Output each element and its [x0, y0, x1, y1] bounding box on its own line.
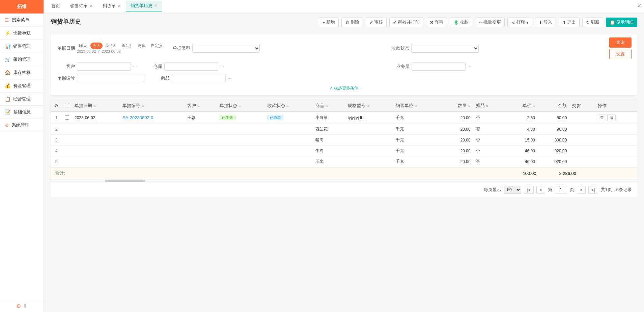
page-next-button[interactable]: > [577, 186, 586, 194]
doc-no-link[interactable]: SA-20230602-0 [122, 115, 153, 120]
sidebar-item-basic-info[interactable]: 📝 基础信息 [0, 106, 44, 119]
sort-goods-icon[interactable]: ⇅ [325, 104, 328, 108]
audit-button[interactable]: ✔ 审核 [366, 18, 387, 27]
page-first-button[interactable]: |< [524, 186, 534, 194]
salesperson-input[interactable] [412, 62, 466, 71]
sort-unit-price-icon[interactable]: ⇅ [532, 104, 535, 108]
sidebar-item-operations[interactable]: 📋 经营管理 [0, 93, 44, 106]
tab-sales-history[interactable]: 销货单历史 ✕ [126, 1, 162, 11]
date-tag-7days[interactable]: 近7天 [104, 43, 118, 49]
audit-print-icon: ✔ [393, 20, 397, 25]
audit-print-button[interactable]: ✔ 审核并打印 [389, 18, 423, 27]
sort-doc-no-icon[interactable]: ⇅ [141, 104, 144, 108]
tab-home[interactable]: 首页 [47, 1, 65, 11]
gear-icon[interactable]: ⚙ [54, 103, 58, 108]
scrollbar-thumb[interactable] [105, 180, 145, 182]
warehouse-input[interactable] [164, 62, 218, 71]
row-doc-status [217, 156, 265, 167]
sort-customer-icon[interactable]: ⇅ [197, 104, 200, 108]
goods-input[interactable] [172, 74, 226, 82]
add-button[interactable]: + 新增 [319, 18, 339, 27]
doc-no-filter-item: 单据编号 [56, 74, 144, 82]
row-goods: 牛肉 [313, 146, 345, 156]
view-button[interactable]: 查 [598, 114, 606, 121]
sort-doc-status-icon[interactable]: ⇅ [238, 104, 241, 108]
salesperson-picker-icon[interactable]: ··· [468, 64, 472, 69]
settings-button[interactable]: 设置 [609, 49, 632, 59]
print-button[interactable]: 🖨 打印 ▾ [507, 18, 532, 27]
sidebar-item-finance[interactable]: 💰 资金管理 [0, 79, 44, 93]
row-goods: 西兰花 [313, 124, 345, 135]
warehouse-picker-icon[interactable]: ··· [220, 64, 224, 69]
close-sales-goods-icon[interactable]: ✕ [118, 4, 120, 8]
sort-sales-unit-icon[interactable]: ⇅ [414, 104, 417, 108]
collect-button[interactable]: 💲 收款 [450, 18, 472, 27]
sort-doc-date-icon[interactable]: ⇅ [93, 104, 96, 108]
date-tag-1month[interactable]: 近1月 [120, 43, 134, 49]
row-num-cell: 1 [51, 112, 62, 124]
query-button[interactable]: 查询 [609, 37, 632, 48]
doc-no-input[interactable] [77, 74, 144, 82]
select-all-checkbox[interactable] [65, 103, 69, 107]
abandon-button[interactable]: ✖ 弃审 [426, 18, 447, 27]
payment-status-select[interactable] [411, 44, 479, 53]
abandon-icon: ✖ [430, 20, 433, 25]
date-tag-yesterday[interactable]: 昨天 [77, 43, 89, 49]
table-row: 4 牛肉 千克 20.00 否 46.00 920.00 [51, 146, 637, 156]
sidebar-item-system-mgmt[interactable]: ⚙ 系统管理 [0, 119, 44, 132]
batch-change-button[interactable]: ✏ 批量变更 [475, 18, 505, 27]
filter-row-3: 单据编号 商品 ··· [56, 74, 632, 82]
sidebar-settings-icon[interactable]: ⚙ [16, 303, 21, 309]
tab-sales-goods[interactable]: 销货单 ✕ [98, 1, 125, 11]
tab-sales-history-label: 销货单历史 [131, 3, 152, 9]
page-number-input[interactable] [555, 186, 567, 193]
tab-sales-order-label: 销售订单 [70, 3, 88, 9]
sidebar-item-inventory[interactable]: 🏠 库存核算 [0, 66, 44, 79]
delete-button[interactable]: 🗑 删除 [341, 18, 363, 27]
close-all-tabs-button[interactable]: ✕ [637, 3, 641, 9]
page-last-button[interactable]: >| [588, 186, 598, 194]
col-gear[interactable]: ⚙ [51, 100, 62, 112]
export-button[interactable]: ⬆ 导出 [559, 18, 580, 27]
delete-label: 删除 [351, 19, 359, 25]
goods-picker-icon[interactable]: ··· [228, 75, 232, 81]
refresh-button[interactable]: ↻ 刷新 [582, 18, 603, 27]
row-checkbox[interactable] [65, 115, 69, 120]
row-operation [595, 146, 637, 156]
sort-gift-icon[interactable]: ⇅ [486, 104, 488, 108]
sidebar-item-sales-mgmt[interactable]: 📊 销售管理 [0, 40, 44, 53]
sort-spec-icon[interactable]: ⇅ [366, 104, 369, 108]
sidebar-item-label: 销售管理 [13, 43, 31, 49]
date-tag-custom[interactable]: 自定义 [149, 43, 165, 49]
sort-payment-status-icon[interactable]: ⇅ [286, 104, 289, 108]
collapse-button[interactable]: ∧ 收起更多条件 [330, 86, 358, 90]
filter-row-2: 客户 ··· 仓库 ··· 业务员 ··· [56, 62, 632, 71]
sort-qty-icon[interactable]: ⇅ [468, 104, 471, 108]
row-customer: 王总 [185, 112, 217, 124]
col-payment-status-label: 收款状态 [268, 103, 285, 108]
row-checkbox-cell [62, 146, 72, 156]
sidebar-item-purchase-mgmt[interactable]: 🛒 采购管理 [0, 53, 44, 66]
customer-picker-icon[interactable]: ··· [133, 64, 137, 69]
doc-type-filter-item: 单据类型 [172, 44, 384, 53]
tab-sales-order[interactable]: 销售订单 ✕ [65, 1, 97, 11]
table-row: 3 猪肉 千克 20.00 否 15.00 300.00 [51, 135, 637, 146]
per-page-select[interactable]: 50 100 200 [504, 186, 521, 194]
row-sales-unit: 千克 [393, 135, 441, 146]
collect-icon: 💲 [453, 20, 459, 25]
sidebar-item-quick-nav[interactable]: ⚡ 快捷导航 [0, 27, 44, 40]
customer-input[interactable] [77, 62, 131, 71]
page-prev-button[interactable]: < [536, 186, 545, 194]
show-detail-button[interactable]: 📋 显示明细 [606, 18, 637, 27]
doc-type-select[interactable] [192, 44, 260, 53]
horizontal-scrollbar[interactable] [51, 179, 637, 182]
date-tag-today[interactable]: 今天 [90, 43, 103, 49]
close-sales-history-icon[interactable]: ✕ [155, 4, 157, 7]
import-button[interactable]: ⬇ 导入 [535, 18, 556, 27]
edit-button[interactable]: 编 [607, 114, 616, 121]
date-tag-more[interactable]: 更多 [135, 43, 147, 49]
sidebar-pause-icon[interactable]: ⏸ [22, 303, 28, 309]
row-num-cell: 4 [51, 146, 62, 156]
sidebar-item-search-menu[interactable]: ☰ 搜索菜单 [0, 14, 44, 27]
close-sales-order-icon[interactable]: ✕ [90, 4, 92, 8]
